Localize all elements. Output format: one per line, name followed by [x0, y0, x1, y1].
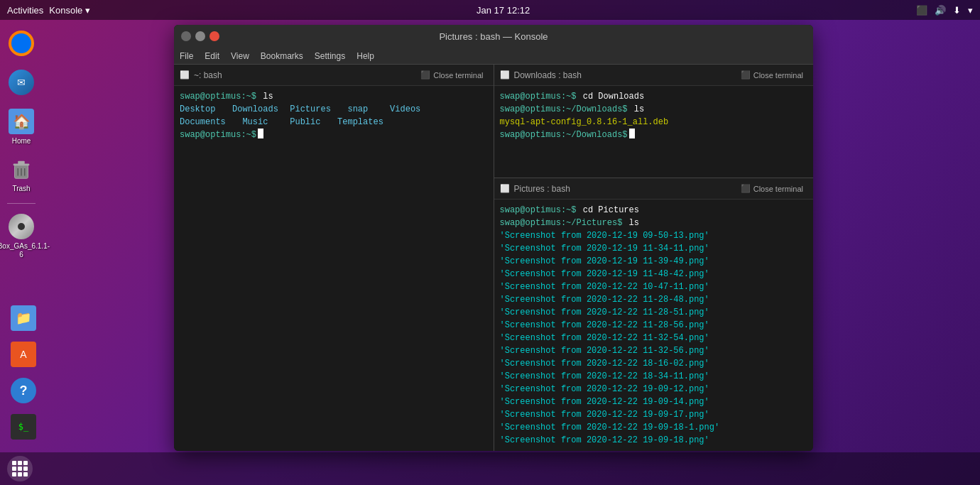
grid-dot	[18, 472, 22, 476]
terminal-area: ⬜ ~: bash ⬛ Close terminal swap@optimus:…	[174, 65, 813, 451]
rb-line-2: swap@optimus:~/Pictures$ ls	[500, 217, 808, 229]
right-top-terminal-content[interactable]: swap@optimus:~$ cd Downloads swap@optimu…	[494, 86, 814, 178]
menu-bookmarks[interactable]: Bookmarks	[261, 51, 303, 61]
grid-dot	[23, 461, 28, 465]
close-button[interactable]	[209, 31, 219, 41]
rb-file-8: 'Screenshot from 2020-12-22 11-28-56.png…	[500, 319, 808, 332]
rt-file-1: mysql-apt-config_0.8.16-1_all.deb	[500, 116, 669, 129]
network-icon: ⬇	[953, 5, 961, 16]
right-bottom-tab-info: ⬜ Pictures : bash	[500, 184, 570, 194]
show-applications-button[interactable]	[7, 456, 33, 481]
grid-dot	[18, 461, 22, 465]
rb-file-6: 'Screenshot from 2020-12-22 11-28-48.png…	[500, 293, 808, 306]
grid-dot	[12, 467, 16, 471]
trash-icon	[9, 156, 34, 182]
rb-prompt-1: swap@optimus:~$	[500, 204, 577, 217]
menu-help[interactable]: Help	[356, 51, 374, 61]
rt-cmd-2: ls	[629, 103, 645, 116]
rt-line-4: swap@optimus:~/Downloads$	[500, 129, 808, 141]
firefox-icon-desktop[interactable]	[1, 27, 41, 62]
rb-file-10: 'Screenshot from 2020-12-22 11-32-56.png…	[500, 344, 808, 357]
right-bottom-pane: ⬜ Pictures : bash ⬛ Close terminal swap@…	[494, 178, 814, 451]
dir-pictures: Pictures	[280, 103, 331, 116]
right-top-tab-bar: ⬜ Downloads : bash ⬛ Close terminal	[494, 65, 814, 86]
menu-bar: File Edit View Bookmarks Settings Help	[174, 48, 813, 65]
home-label: Home	[12, 137, 31, 146]
grid-dot	[12, 472, 16, 476]
window-titlebar: Pictures : bash — Konsole	[174, 25, 813, 48]
grid-dot	[23, 467, 28, 471]
home-icon-desktop[interactable]: 🏠 Home	[1, 105, 41, 149]
right-bottom-terminal-content[interactable]: swap@optimus:~$ cd Pictures swap@optimus…	[494, 200, 814, 451]
trash-icon-desktop[interactable]: Trash	[1, 153, 41, 197]
menu-settings[interactable]: Settings	[315, 51, 345, 61]
menu-edit[interactable]: Edit	[205, 51, 219, 61]
rt-line-3: mysql-apt-config_0.8.16-1_all.deb	[500, 116, 808, 129]
left-terminal-content[interactable]: swap@optimus:~$ ls Desktop Downloads Pic…	[174, 86, 494, 451]
left-cmd-1: ls	[258, 90, 273, 103]
files-icon: 📁	[11, 305, 36, 331]
right-bottom-tab-title: Pictures : bash	[514, 184, 570, 194]
left-cursor	[258, 129, 263, 138]
rb-file-11: 'Screenshot from 2020-12-22 18-16-02.png…	[500, 357, 808, 370]
vbox-cd-icon	[9, 214, 34, 239]
vbox-icon-desktop[interactable]: VBox_GAs_6.1.1-6	[1, 210, 41, 263]
rb-cmd-2: ls	[624, 217, 639, 229]
screen-icon: ⬛	[916, 5, 927, 16]
rb-file-4: 'Screenshot from 2020-12-19 11-48-42.png…	[500, 268, 808, 280]
dir-music: Music	[227, 116, 268, 129]
dir-public: Public	[269, 116, 320, 129]
topbar-datetime: Jan 17 12:12	[477, 5, 530, 16]
trash-label: Trash	[12, 185, 30, 193]
right-top-tab-title: Downloads : bash	[514, 70, 582, 80]
activities-button[interactable]: Activities	[7, 5, 43, 16]
minimize-button[interactable]	[181, 31, 191, 41]
svg-rect-2	[18, 161, 24, 165]
terminal-icon-desktop[interactable]: $_	[4, 410, 43, 443]
left-terminal-pane: ⬜ ~: bash ⬛ Close terminal swap@optimus:…	[174, 65, 494, 451]
thunderbird-icon-desktop[interactable]: ✉	[1, 66, 41, 102]
dir-videos: Videos	[369, 103, 420, 116]
right-top-close-button[interactable]: ⬛ Close terminal	[736, 69, 807, 81]
left-line-1: swap@optimus:~$ ls	[180, 90, 488, 103]
right-bottom-close-button[interactable]: ⬛ Close terminal	[736, 182, 807, 195]
firefox-icon	[9, 31, 34, 56]
konsole-window: Pictures : bash — Konsole File Edit View…	[174, 25, 813, 451]
taskbar	[0, 452, 980, 485]
topbar-left: Activities Konsole ▾	[7, 5, 90, 16]
grid-icon	[12, 461, 28, 476]
konsole-menu[interactable]: Konsole ▾	[49, 5, 90, 16]
dir-desktop: Desktop	[180, 103, 215, 116]
grid-dot	[23, 472, 28, 476]
left-tab-info: ⬜ ~: bash	[180, 70, 222, 80]
help-icon-desktop[interactable]: ?	[4, 374, 43, 407]
rb-file-15: 'Screenshot from 2020-12-22 19-09-17.png…	[500, 408, 808, 421]
right-bottom-tab-bar: ⬜ Pictures : bash ⬛ Close terminal	[494, 178, 814, 200]
menu-view[interactable]: View	[231, 51, 249, 61]
grid-dot	[18, 467, 22, 471]
rt-prompt-1: swap@optimus:~$	[500, 90, 577, 103]
left-close-terminal-button[interactable]: ⬛ Close terminal	[416, 69, 487, 81]
menu-file[interactable]: File	[180, 51, 193, 61]
terminal-icon: $_	[11, 414, 36, 440]
rb-file-12: 'Screenshot from 2020-12-22 18-34-11.png…	[500, 370, 808, 383]
volume-icon: 🔊	[935, 5, 946, 16]
vbox-label: VBox_GAs_6.1.1-6	[0, 242, 50, 259]
rb-file-3: 'Screenshot from 2020-12-19 11-39-49.png…	[500, 255, 808, 268]
konsole-dropdown-arrow: ▾	[85, 5, 90, 16]
rb-file-2: 'Screenshot from 2020-12-19 11-34-11.png…	[500, 242, 808, 255]
software-icon-desktop[interactable]: A	[4, 338, 43, 371]
konsole-label: Konsole	[49, 5, 82, 16]
rb-file-16: 'Screenshot from 2020-12-22 19-09-18-1.p…	[500, 421, 808, 434]
maximize-button[interactable]	[195, 31, 205, 41]
help-icon: ?	[11, 378, 36, 403]
rb-cmd-1: cd Pictures	[578, 204, 639, 217]
topbar: Activities Konsole ▾ Jan 17 12:12 ⬛ 🔊 ⬇ …	[0, 0, 980, 20]
thunderbird-icon: ✉	[9, 70, 34, 95]
dir-templates: Templates	[322, 116, 383, 129]
rb-file-9: 'Screenshot from 2020-12-22 11-32-54.png…	[500, 332, 808, 344]
files-icon-desktop[interactable]: 📁	[4, 302, 43, 334]
left-prompt-2: swap@optimus:~$	[180, 129, 256, 141]
right-top-tab-info: ⬜ Downloads : bash	[500, 70, 582, 80]
window-title: Pictures : bash — Konsole	[439, 31, 548, 42]
